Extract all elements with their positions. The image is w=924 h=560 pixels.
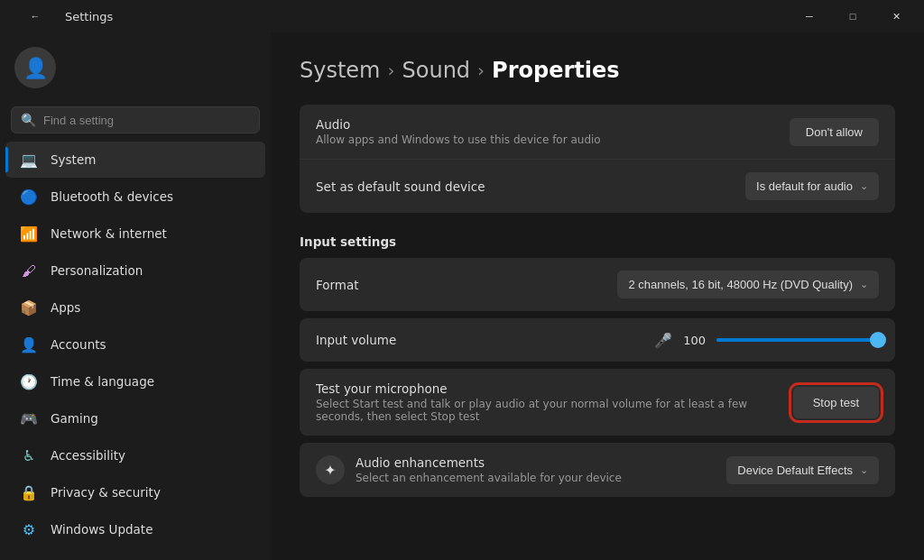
slider-fill (716, 338, 879, 342)
sidebar-item-network[interactable]: 📶 Network & internet (5, 216, 265, 252)
test-mic-text: Test your microphone Select Start test a… (316, 381, 749, 423)
system-icon: 💻 (20, 151, 38, 169)
bluetooth-icon: 🔵 (20, 188, 38, 206)
sidebar-item-apps[interactable]: 📦 Apps (5, 289, 265, 326)
sidebar-profile: 👤 (0, 36, 271, 99)
windows-icon: ⚙ (20, 520, 38, 538)
enhancements-dropdown-arrow: ⌄ (860, 464, 868, 476)
sidebar-item-system[interactable]: 💻 System (5, 142, 265, 178)
back-button[interactable]: ← (14, 2, 56, 31)
avatar: 👤 (14, 47, 56, 88)
apps-label: Apps (51, 300, 80, 315)
default-label: Set as default sound device (316, 179, 485, 194)
volume-controls: 🎤 100 (396, 331, 879, 349)
format-label: Format (316, 278, 359, 292)
system-label: System (51, 152, 96, 167)
search-input[interactable] (43, 114, 250, 127)
minimize-button[interactable]: ─ (789, 2, 830, 31)
personalization-icon: 🖌 (20, 262, 38, 280)
dont-allow-button[interactable]: Don't allow (790, 118, 879, 146)
window-controls: ─ □ ✕ (789, 2, 917, 31)
format-dropdown-arrow: ⌄ (860, 279, 868, 290)
breadcrumb: System › Sound › Properties (300, 58, 895, 83)
app-title: Settings (65, 10, 113, 23)
volume-card: Input volume 🎤 100 (300, 318, 895, 362)
volume-slider[interactable] (716, 331, 879, 349)
accessibility-label: Accessibility (51, 448, 125, 463)
titlebar-left: ← Settings (14, 2, 113, 31)
nav-container: 💻 System 🔵 Bluetooth & devices 📶 Network… (0, 141, 271, 548)
bluetooth-label: Bluetooth & devices (51, 189, 173, 204)
format-dropdown-label: 2 channels, 16 bit, 48000 Hz (DVD Qualit… (628, 278, 853, 291)
audio-text: Audio Allow apps and Windows to use this… (316, 117, 601, 146)
accessibility-icon: ♿ (20, 446, 38, 464)
volume-value: 100 (683, 334, 706, 347)
privacy-label: Privacy & security (51, 485, 161, 500)
search-icon: 🔍 (21, 113, 36, 127)
apps-icon: 📦 (20, 298, 38, 317)
sidebar-item-gaming[interactable]: 🎮 Gaming (5, 400, 265, 436)
audio-sublabel: Allow apps and Windows to use this devic… (316, 133, 601, 146)
time-label: Time & language (51, 374, 154, 389)
enhancements-dropdown[interactable]: Device Default Effects ⌄ (726, 456, 879, 484)
enhancements-dropdown-label: Device Default Effects (737, 464, 853, 477)
default-dropdown[interactable]: Is default for audio ⌄ (745, 172, 879, 200)
sidebar-item-personalization[interactable]: 🖌 Personalization (5, 252, 265, 289)
sidebar-item-accessibility[interactable]: ♿ Accessibility (5, 437, 265, 473)
gaming-label: Gaming (51, 411, 98, 426)
privacy-icon: 🔒 (20, 483, 38, 501)
user-icon: 👤 (23, 57, 48, 79)
network-icon: 📶 (20, 225, 38, 243)
app-body: 👤 🔍 💻 System 🔵 Bluetooth & devices 📶 Net… (0, 32, 924, 560)
maximize-button[interactable]: □ (832, 2, 873, 31)
default-row: Set as default sound device Is default f… (300, 159, 895, 213)
input-settings-heading: Input settings (300, 220, 895, 258)
sidebar-item-windows[interactable]: ⚙ Windows Update (5, 511, 265, 547)
volume-label: Input volume (316, 333, 396, 347)
breadcrumb-system: System (300, 58, 381, 83)
gaming-icon: 🎮 (20, 409, 38, 427)
windows-label: Windows Update (51, 522, 152, 537)
sidebar-item-accounts[interactable]: 👤 Accounts (5, 326, 265, 363)
volume-row: Input volume 🎤 100 (300, 318, 895, 362)
breadcrumb-sound: Sound (402, 58, 471, 83)
default-dropdown-label: Is default for audio (756, 179, 853, 193)
test-mic-label: Test your microphone (316, 381, 749, 396)
search-box[interactable]: 🔍 (11, 106, 260, 133)
format-card: Format 2 channels, 16 bit, 48000 Hz (DVD… (300, 258, 895, 311)
sidebar: 👤 🔍 💻 System 🔵 Bluetooth & devices 📶 Net… (0, 32, 271, 560)
mic-icon: 🎤 (654, 332, 672, 349)
network-label: Network & internet (51, 226, 167, 241)
default-dropdown-arrow: ⌄ (860, 180, 868, 192)
enhance-left: ✦ Audio enhancements Select an enhanceme… (316, 455, 622, 484)
test-mic-sublabel: Select Start test and talk or play audio… (316, 398, 749, 423)
enhance-sublabel: Select an enhancement available for your… (356, 472, 622, 484)
titlebar: ← Settings ─ □ ✕ (0, 0, 924, 32)
format-row: Format 2 channels, 16 bit, 48000 Hz (DVD… (300, 258, 895, 311)
close-button[interactable]: ✕ (875, 2, 917, 31)
audio-enhancements-card: ✦ Audio enhancements Select an enhanceme… (300, 443, 895, 497)
accounts-icon: 👤 (20, 335, 38, 353)
sidebar-item-time[interactable]: 🕐 Time & language (5, 363, 265, 399)
main-content: System › Sound › Properties Audio Allow … (271, 32, 924, 560)
sidebar-item-bluetooth[interactable]: 🔵 Bluetooth & devices (5, 179, 265, 215)
enhance-text: Audio enhancements Select an enhancement… (356, 455, 622, 484)
sidebar-item-privacy[interactable]: 🔒 Privacy & security (5, 474, 265, 510)
time-icon: 🕐 (20, 372, 38, 390)
personalization-label: Personalization (51, 263, 143, 278)
breadcrumb-sep-1: › (388, 60, 395, 81)
enhance-icon: ✦ (316, 455, 345, 484)
accounts-label: Accounts (51, 337, 106, 352)
slider-thumb[interactable] (870, 332, 886, 348)
test-microphone-card: Test your microphone Select Start test a… (300, 369, 895, 436)
format-dropdown[interactable]: 2 channels, 16 bit, 48000 Hz (DVD Qualit… (617, 271, 879, 298)
slider-track (716, 338, 879, 342)
audio-row: Audio Allow apps and Windows to use this… (300, 105, 895, 159)
audio-label: Audio (316, 117, 601, 132)
stop-test-button[interactable]: Stop test (793, 387, 879, 418)
enhance-label: Audio enhancements (356, 455, 622, 470)
audio-card: Audio Allow apps and Windows to use this… (300, 105, 895, 213)
breadcrumb-properties: Properties (492, 58, 619, 83)
breadcrumb-sep-2: › (477, 60, 485, 81)
